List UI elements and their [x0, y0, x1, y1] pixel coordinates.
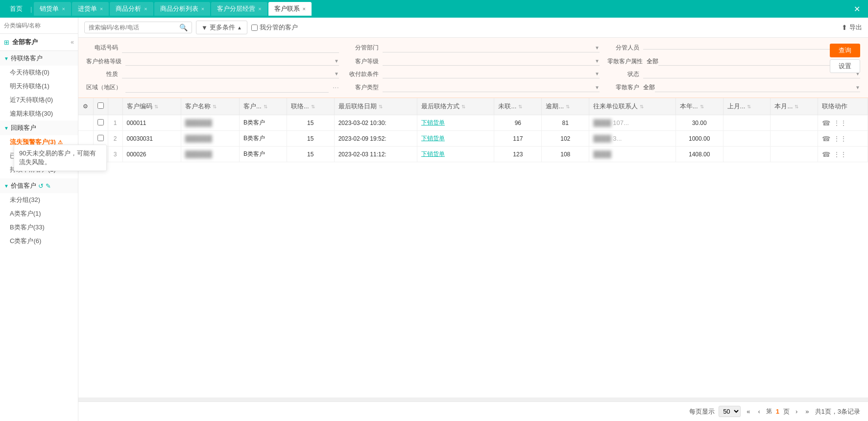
- th-name[interactable]: 客户名称⇅: [181, 98, 239, 115]
- grid-icon: ⊞: [4, 39, 9, 46]
- all-customers-item[interactable]: ⊞ 全部客户 «: [0, 34, 78, 51]
- close-icon[interactable]: ×: [258, 6, 261, 12]
- chevron-down-icon: ▼: [595, 85, 600, 90]
- sidebar-item-today[interactable]: 今天待联络(0): [0, 66, 78, 79]
- row-this-year: 1000.00: [675, 131, 723, 147]
- th-overdue[interactable]: 逾期...⇅: [542, 98, 589, 115]
- contact-icon[interactable]: ☎: [822, 119, 830, 127]
- tab-product-list[interactable]: 商品分析列表 ×: [154, 2, 210, 16]
- tab-purchase[interactable]: 进货单 ×: [72, 2, 109, 16]
- search-box[interactable]: 🔍: [84, 22, 192, 33]
- sidebar-search-input[interactable]: [4, 22, 77, 29]
- row-code: 00030031: [122, 131, 181, 147]
- dept-select[interactable]: ▼: [383, 44, 600, 52]
- table-container: ⚙ 客户编码⇅ 客户名称⇅ 客户...⇅ 联络...⇅ 最后联络日期⇅ 最后联络…: [78, 98, 868, 397]
- th-type[interactable]: 客户...⇅: [239, 98, 287, 115]
- region-more-icon[interactable]: ···: [333, 83, 339, 92]
- per-page-select[interactable]: 50: [719, 406, 741, 417]
- more-action-icon[interactable]: ⋮⋮: [833, 119, 847, 127]
- row-last-method[interactable]: 下销货单: [417, 147, 494, 162]
- pagination: 每页显示 50 « ‹ 第 1 页 › » 共1页，3条记录: [78, 401, 868, 421]
- edit-icon[interactable]: ✎: [46, 182, 51, 190]
- customer-type-select[interactable]: ▼: [383, 83, 600, 92]
- row-last-method[interactable]: 下销货单: [417, 115, 494, 131]
- close-icon[interactable]: ×: [62, 6, 65, 12]
- person-select[interactable]: [643, 46, 850, 50]
- group-title-label: 回顾客户: [11, 124, 36, 132]
- sidebar-item-ungrouped[interactable]: 未分组(32): [0, 193, 78, 207]
- tab-home[interactable]: 首页: [4, 4, 28, 13]
- select-all-checkbox[interactable]: [97, 102, 104, 109]
- th-this-year[interactable]: 本年...⇅: [675, 98, 723, 115]
- row-last-method[interactable]: 下销货单: [417, 131, 494, 147]
- query-button[interactable]: 查询: [830, 44, 860, 57]
- row-this-month: [771, 131, 818, 147]
- row-contact: 15: [287, 115, 334, 131]
- customer-level-select[interactable]: ▼: [383, 57, 600, 66]
- more-conditions-btn[interactable]: ▼ 更多条件 ▲: [196, 21, 247, 34]
- tab-customer-tier[interactable]: 客户分层经营 ×: [211, 2, 267, 16]
- window-close-button[interactable]: ✕: [850, 4, 864, 14]
- th-settings[interactable]: ⚙: [78, 98, 93, 115]
- sidebar-item-class-c[interactable]: C类客户(6): [0, 234, 78, 248]
- contact-icon[interactable]: ☎: [822, 135, 830, 143]
- my-customers-check[interactable]: 我分管的客户: [251, 23, 298, 32]
- search-icon[interactable]: 🔍: [179, 24, 188, 31]
- th-contact[interactable]: 联络...⇅: [287, 98, 334, 115]
- sidebar-item-class-b[interactable]: B类客户(33): [0, 221, 78, 234]
- prev-page-btn[interactable]: ‹: [756, 407, 762, 416]
- setting-button[interactable]: 设置: [830, 59, 860, 73]
- contact-icon[interactable]: ☎: [822, 150, 830, 158]
- close-icon[interactable]: ×: [144, 6, 147, 12]
- row-action: ☎ ⋮⋮: [818, 147, 868, 162]
- phone-input[interactable]: [122, 43, 339, 53]
- sort-icon: ⇅: [518, 104, 522, 109]
- next-page-btn[interactable]: ›: [794, 407, 799, 416]
- sidebar-group-pending-title[interactable]: ▼ 待联络客户: [0, 51, 78, 66]
- tab-sales[interactable]: 销货单 ×: [34, 2, 71, 16]
- region-input[interactable]: [125, 82, 329, 93]
- filter-customer-level: 客户等级 ▼: [347, 57, 600, 66]
- th-last-month[interactable]: 上月...⇅: [723, 98, 771, 115]
- sidebar-group-review-title[interactable]: ▼ 回顾客户: [0, 121, 78, 135]
- row-checkbox[interactable]: [97, 119, 104, 125]
- th-this-month[interactable]: 本月...⇅: [771, 98, 818, 115]
- th-last-method[interactable]: 最后联络方式⇅: [417, 98, 494, 115]
- close-icon[interactable]: ×: [100, 6, 103, 12]
- close-icon[interactable]: ×: [303, 6, 306, 12]
- customer-level-label: 客户等级: [347, 57, 379, 66]
- sidebar-item-tomorrow[interactable]: 明天待联络(1): [0, 79, 78, 93]
- th-unit-contact[interactable]: 往来单位联系人⇅: [589, 98, 676, 115]
- th-uncontacted[interactable]: 未联...⇅: [494, 98, 542, 115]
- row-checkbox[interactable]: [97, 135, 104, 141]
- refresh-icon[interactable]: ↺: [38, 182, 44, 190]
- zero-customer-select[interactable]: ▼: [655, 83, 860, 92]
- nature-select[interactable]: ▼: [122, 70, 339, 78]
- more-action-icon[interactable]: ⋮⋮: [833, 150, 847, 158]
- th-last-date[interactable]: 最后联络日期⇅: [334, 98, 417, 115]
- status-select[interactable]: ▼: [643, 70, 860, 78]
- tab-customer-contact[interactable]: 客户联系 ×: [268, 2, 312, 16]
- sidebar-group-value-title[interactable]: ▼ 价值客户 ↺ ✎: [0, 178, 78, 193]
- sort-icon: ⇅: [795, 104, 798, 109]
- export-button[interactable]: ⬆ 导出: [842, 23, 862, 32]
- search-input[interactable]: [89, 24, 179, 31]
- page-label: 页: [783, 407, 790, 416]
- tab-product-analysis[interactable]: 商品分析 ×: [110, 2, 153, 16]
- my-customers-checkbox[interactable]: [251, 25, 258, 31]
- row-num: 2: [108, 131, 122, 147]
- sidebar-item-class-a[interactable]: A类客户(1): [0, 207, 78, 221]
- last-page-btn[interactable]: »: [803, 407, 811, 416]
- payment-select[interactable]: ▼: [383, 70, 600, 78]
- price-level-select[interactable]: ▼: [125, 57, 339, 66]
- more-action-icon[interactable]: ⋮⋮: [833, 135, 847, 143]
- sidebar-item-7days[interactable]: 近7天待联络(0): [0, 93, 78, 107]
- close-icon[interactable]: ×: [201, 6, 204, 12]
- th-code[interactable]: 客户编码⇅: [122, 98, 181, 115]
- horizontal-scrollbar[interactable]: [78, 397, 868, 401]
- main-layout: 🔍 ⊞ 全部客户 « ▼ 待联络客户 今天待联络(0) 明天待联络(1) 近7天…: [0, 18, 868, 421]
- sidebar-item-overdue[interactable]: 逾期未联络(30): [0, 107, 78, 121]
- first-page-btn[interactable]: «: [745, 407, 752, 416]
- page-summary: 共1页，3条记录: [815, 407, 860, 416]
- th-checkbox[interactable]: [93, 98, 108, 115]
